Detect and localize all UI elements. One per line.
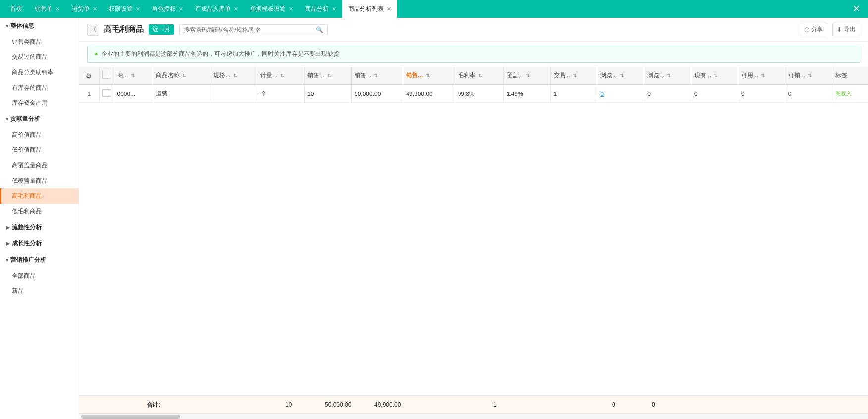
sidebar-group-contribution[interactable]: ▾ 贡献量分析 — [0, 111, 79, 127]
sidebar-item-low-coverage[interactable]: 低覆盖量商品 — [0, 173, 79, 188]
col-browse1[interactable]: 浏览... ⇅ — [597, 67, 644, 85]
filter-tag-month[interactable]: 近一月 — [149, 24, 174, 35]
nav-product-analysis[interactable]: 商品分析 ✕ — [299, 0, 342, 18]
cell-checkbox[interactable] — [99, 85, 114, 103]
col-unit[interactable]: 计量... ⇅ — [257, 67, 305, 85]
nav-finished-goods[interactable]: 产成品入库单 ✕ — [189, 0, 244, 18]
sort-icon: ⇅ — [131, 73, 135, 78]
search-box[interactable]: 🔍 — [179, 24, 328, 35]
sidebar-group-growth[interactable]: ▶ 成长性分析 — [0, 235, 79, 252]
col-index[interactable]: ⚙ — [79, 67, 99, 85]
nav-template-settings[interactable]: 单据模板设置 ✕ — [244, 0, 299, 18]
col-browse2[interactable]: 浏览... ⇅ — [644, 67, 691, 85]
chevron-right-icon: ▶ — [6, 225, 10, 230]
col-saleable-stock[interactable]: 可销... ⇅ — [785, 67, 832, 85]
nav-permissions[interactable]: 权限设置 ✕ — [103, 0, 146, 18]
cell-sales-qty: 10 — [305, 85, 352, 103]
sidebar-item-new-goods[interactable]: 新品 — [0, 283, 79, 299]
export-button[interactable]: ⬇ 导出 — [832, 23, 860, 36]
sort-icon: ⇅ — [808, 73, 812, 78]
nav-role-auth[interactable]: 角色授权 ✕ — [146, 0, 189, 18]
sidebar-item-low-margin[interactable]: 低毛利商品 — [0, 204, 79, 219]
col-sales-cost[interactable]: 销售... ⇅ — [403, 67, 455, 85]
cell-unit: 个 — [257, 85, 305, 103]
horizontal-scrollbar[interactable] — [79, 413, 868, 419]
table-header-row: ⚙ 商... ⇅ 商品名称 ⇅ — [79, 67, 868, 85]
sort-icon: ⇅ — [280, 73, 284, 78]
close-tab-icon[interactable]: ✕ — [234, 6, 238, 12]
scroll-thumb[interactable] — [81, 415, 180, 419]
search-input[interactable] — [184, 26, 314, 33]
sidebar-group-marketing[interactable]: ▾ 营销推广分析 — [0, 252, 79, 268]
close-tab-icon[interactable]: ✕ — [93, 6, 97, 12]
search-icon[interactable]: 🔍 — [316, 26, 323, 33]
sidebar-item-all-goods[interactable]: 全部商品 — [0, 268, 79, 283]
sidebar-item-traded-goods[interactable]: 交易过的商品 — [0, 49, 79, 65]
col-sales-amt[interactable]: 销售... ⇅ — [352, 67, 403, 85]
close-tab-icon[interactable]: ✕ — [289, 6, 293, 12]
chevron-right-icon: ▶ — [6, 241, 10, 246]
chevron-down-icon: ▾ — [6, 23, 8, 29]
sidebar-item-instock-goods[interactable]: 有库存的商品 — [0, 80, 79, 95]
close-tab-icon[interactable]: ✕ — [179, 6, 183, 12]
close-tab-icon[interactable]: ✕ — [136, 6, 140, 12]
col-name[interactable]: 商品名称 ⇅ — [153, 67, 210, 85]
col-tag[interactable]: 标签 — [832, 67, 868, 85]
window-close-button[interactable]: ✕ — [849, 3, 864, 14]
nav-purchase-order[interactable]: 进货单 ✕ — [66, 0, 103, 18]
table-body: 1 0000... 运费 个 10 50,000.00 49,900.00 99… — [79, 85, 868, 103]
tag-label: 高收入 — [835, 91, 852, 96]
nav-sales-order[interactable]: 销售单 ✕ — [29, 0, 66, 18]
footer-trade-count: 1 — [493, 401, 533, 408]
sidebar-group-overall[interactable]: ▾ 整体信息 — [0, 18, 79, 34]
col-available-stock[interactable]: 可用... ⇅ — [738, 67, 785, 85]
sort-icon: ⇅ — [182, 73, 186, 78]
sidebar-item-sales-goods[interactable]: 销售类商品 — [0, 34, 79, 49]
cell-tag: 高收入 — [832, 85, 868, 103]
sidebar: ▾ 整体信息 销售类商品 交易过的商品 商品分类助销率 有库存的商品 库存资金占… — [0, 18, 79, 419]
browse-link[interactable]: 0 — [600, 91, 604, 97]
sort-icon: ⇅ — [426, 73, 430, 78]
table-row[interactable]: 1 0000... 运费 个 10 50,000.00 49,900.00 99… — [79, 85, 868, 103]
col-checkbox[interactable] — [99, 67, 114, 85]
col-gross-rate[interactable]: 毛利率 ⇅ — [455, 67, 503, 85]
row-checkbox[interactable] — [102, 89, 110, 97]
cell-current-stock: 0 — [691, 85, 738, 103]
info-bar: ✦ 企业的主要的利润都是这部分商品创造的，可考虑加大推广，同时关注库存是不要出现… — [87, 46, 860, 63]
settings-icon[interactable]: ⚙ — [86, 72, 92, 80]
col-sales-qty[interactable]: 销售... ⇅ — [305, 67, 352, 85]
collapse-sidebar-button[interactable]: 《 — [87, 24, 99, 36]
nav-home[interactable]: 首页 — [4, 0, 29, 18]
chevron-down-icon: ▾ — [6, 257, 8, 263]
table-container[interactable]: ⚙ 商... ⇅ 商品名称 ⇅ — [79, 67, 868, 395]
close-tab-icon[interactable]: ✕ — [55, 6, 60, 12]
sort-icon: ⇅ — [478, 73, 482, 78]
sidebar-item-high-value[interactable]: 高价值商品 — [0, 127, 79, 142]
select-all-checkbox[interactable] — [102, 71, 110, 79]
cell-trade-count: 1 — [550, 85, 597, 103]
sidebar-group-trend[interactable]: ▶ 流趋性分析 — [0, 219, 79, 235]
col-current-stock[interactable]: 现有... ⇅ — [691, 67, 738, 85]
footer-sales-amt: 50,000.00 — [325, 401, 374, 408]
col-coverage[interactable]: 覆盖... ⇅ — [503, 67, 550, 85]
col-code[interactable]: 商... ⇅ — [114, 67, 153, 85]
sidebar-item-inventory-capital[interactable]: 库存资金占用 — [0, 95, 79, 111]
close-tab-icon[interactable]: ✕ — [387, 6, 391, 12]
cell-browse2: 0 — [644, 85, 691, 103]
col-spec[interactable]: 规格... ⇅ — [210, 67, 257, 85]
footer-sales-qty: 10 — [285, 401, 325, 408]
sidebar-item-category-rate[interactable]: 商品分类助销率 — [0, 65, 79, 80]
sort-icon: ⇅ — [573, 73, 577, 78]
cell-sales-amt: 50,000.00 — [352, 85, 403, 103]
nav-product-analysis-list[interactable]: 商品分析列表 ✕ — [342, 0, 397, 18]
col-trade-count[interactable]: 交易... ⇅ — [550, 67, 597, 85]
sidebar-item-high-coverage[interactable]: 高覆盖量商品 — [0, 158, 79, 173]
export-icon: ⬇ — [837, 26, 842, 33]
close-tab-icon[interactable]: ✕ — [332, 6, 336, 12]
cell-browse1[interactable]: 0 — [597, 85, 644, 103]
sidebar-item-low-value[interactable]: 低价值商品 — [0, 142, 79, 158]
info-icon: ✦ — [94, 51, 99, 58]
sidebar-item-high-margin[interactable]: 高毛利商品 — [0, 188, 79, 204]
share-button[interactable]: ⬡ 分享 — [800, 23, 827, 36]
cell-index: 1 — [79, 85, 99, 103]
